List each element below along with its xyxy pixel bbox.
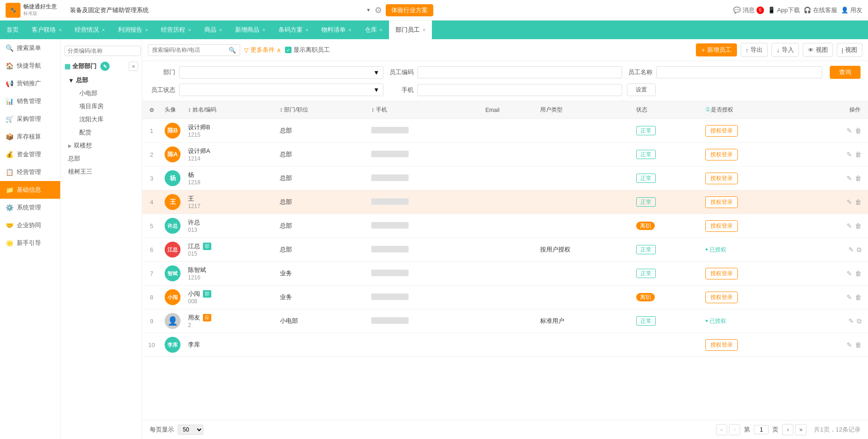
auth-button[interactable]: 授权登录 (705, 339, 738, 351)
tab-goods[interactable]: 商品× (198, 21, 229, 39)
edit-icon[interactable]: ✎ (847, 198, 852, 206)
tab-profit[interactable]: 利润报告× (111, 21, 154, 39)
sidebar-item-basic[interactable]: 📁 基础信息 (0, 181, 60, 199)
auth-button[interactable]: 授权登录 (705, 268, 738, 279)
user-avatar[interactable]: 👤 用友 (841, 6, 862, 14)
sidebar-item-purchase[interactable]: 🛒 采购管理 (0, 110, 60, 128)
tab-warehouse[interactable]: 仓库× (358, 21, 389, 39)
sidebar-item-manage[interactable]: 📋 经营管理 (0, 163, 60, 181)
sidebar-item-search[interactable]: 🔍 搜索菜单 (0, 39, 60, 57)
col-settings[interactable]: ⚙ (142, 101, 161, 119)
next-button[interactable]: › (782, 424, 793, 435)
show-resigned-checkbox[interactable]: ✓ 显示离职员工 (285, 46, 330, 54)
export-button[interactable]: ↑ 导出 (741, 43, 768, 57)
tab-new-goods[interactable]: 新增商品× (229, 21, 271, 39)
auth-button[interactable]: 授权登录 (705, 149, 738, 160)
sidebar-item-system[interactable]: ⚙️ 系统管理 (0, 199, 60, 216)
more-button[interactable]: | 视图 (837, 43, 862, 57)
per-page-select[interactable]: 50 20 100 (178, 425, 203, 435)
sidebar-item-inventory[interactable]: 📦 库存核算 (0, 128, 60, 146)
delete-icon[interactable]: 🗑 (855, 151, 861, 158)
dept-item-project[interactable]: 项目库房 (74, 100, 140, 113)
tab-history-close[interactable]: × (188, 27, 191, 33)
online-service-button[interactable]: 🎧 在线客服 (804, 6, 837, 14)
auth-button[interactable]: 授权登录 (705, 173, 738, 184)
experience-button[interactable]: 体验行业方案 (386, 4, 433, 16)
sidebar-item-collab[interactable]: 🤝 企业协同 (0, 216, 60, 234)
edit-icon[interactable]: ✎ (847, 341, 852, 348)
sidebar-item-marketing[interactable]: 📢 营销推广 (0, 75, 60, 92)
dept-item-shuanglou[interactable]: ▶ 双楼想 (62, 139, 140, 152)
search-input[interactable] (152, 47, 227, 53)
tab-history[interactable]: 经营历程× (154, 21, 197, 39)
auth-button[interactable]: 授权登录 (705, 196, 738, 208)
dept-collapse-button[interactable]: « (129, 62, 138, 71)
tab-customer-close[interactable]: × (59, 27, 62, 33)
tab-barcode-close[interactable]: × (306, 27, 308, 33)
tab-home[interactable]: 首页 (0, 21, 25, 39)
auth-button[interactable]: 授权登录 (705, 292, 738, 303)
reset-button[interactable]: 设置 (627, 84, 656, 96)
emp-code-input[interactable] (417, 66, 622, 78)
delete-icon[interactable]: 🗑 (855, 127, 861, 134)
sidebar-item-nav[interactable]: 🏠 快捷导航 (0, 57, 60, 75)
query-button[interactable]: 查询 (830, 66, 861, 79)
all-dept-label[interactable]: 全部部门 (72, 62, 97, 70)
dept-item-peihuo[interactable]: 配货 (74, 126, 140, 139)
dept-item-zhishu[interactable]: 植树王三 (62, 165, 140, 178)
sidebar-item-sales[interactable]: 📊 销售管理 (0, 92, 60, 110)
tab-customer[interactable]: 客户联络× (25, 21, 68, 39)
edit-icon[interactable]: ✎ (847, 270, 852, 277)
search-icon-btn[interactable]: 🔍 (229, 47, 236, 54)
app-download-button[interactable]: 📱 App下载 (768, 6, 800, 14)
dept-item-zongbu2[interactable]: 总部 (62, 152, 140, 165)
tab-goods-close[interactable]: × (219, 27, 222, 33)
copy-icon[interactable]: ⧉ (857, 246, 861, 253)
tab-profit-close[interactable]: × (145, 27, 148, 33)
tab-barcode[interactable]: 条码方案× (272, 21, 315, 39)
edit-icon[interactable]: ✎ (847, 151, 852, 158)
next-last-button[interactable]: » (795, 424, 806, 435)
auth-button[interactable]: 授权登录 (705, 125, 738, 137)
prev-first-button[interactable]: « (716, 424, 727, 435)
tab-operation-close[interactable]: × (102, 27, 104, 33)
dept-search-input[interactable] (64, 46, 141, 56)
tab-employee-close[interactable]: × (423, 27, 425, 33)
tab-employee[interactable]: 部门员工× (389, 21, 432, 39)
dept-item-xiaodian[interactable]: 小电部 (74, 87, 140, 100)
edit-icon[interactable]: ✎ (848, 317, 854, 325)
edit-icon[interactable]: ✎ (847, 127, 852, 134)
dept-item-shenyang[interactable]: 沈阳大库 (74, 113, 140, 126)
copy-icon[interactable]: ⧉ (857, 317, 861, 325)
delete-icon[interactable]: 🗑 (855, 198, 861, 206)
settings-icon[interactable]: ⚙ (375, 5, 382, 15)
tab-operation[interactable]: 经营情况× (68, 21, 111, 39)
system-title-arrow[interactable]: ▼ (366, 7, 371, 13)
delete-icon[interactable]: 🗑 (855, 270, 861, 277)
auth-button[interactable]: 授权登录 (705, 220, 738, 232)
tab-bom-close[interactable]: × (348, 27, 351, 33)
dept-item-zongbu-parent[interactable]: ▼ 总部 (62, 74, 140, 87)
emp-name-input[interactable] (656, 66, 822, 78)
delete-icon[interactable]: 🗑 (855, 222, 861, 230)
page-input[interactable] (754, 425, 769, 434)
view-button[interactable]: 👁 视图 (803, 43, 833, 57)
dept-select[interactable]: ▼ (179, 66, 383, 79)
more-filter-button[interactable]: ▽ 更多条件 ∧ (244, 46, 281, 54)
tab-warehouse-close[interactable]: × (380, 27, 382, 33)
tab-new-goods-close[interactable]: × (262, 27, 265, 33)
delete-icon[interactable]: 🗑 (855, 174, 861, 182)
import-button[interactable]: ↓ 导入 (771, 43, 799, 57)
edit-icon[interactable]: ✎ (847, 293, 852, 301)
prev-button[interactable]: ‹ (729, 424, 740, 435)
edit-icon[interactable]: ✎ (847, 174, 852, 182)
dept-edit-icon[interactable]: ✎ (100, 62, 110, 71)
sidebar-item-finance[interactable]: 💰 资金管理 (0, 146, 60, 163)
delete-icon[interactable]: 🗑 (855, 341, 861, 348)
add-employee-button[interactable]: + 新增员工 (696, 43, 737, 56)
tab-bom[interactable]: 物料清单× (315, 21, 358, 39)
sidebar-item-guide[interactable]: 🌟 新手引导 (0, 234, 60, 252)
message-button[interactable]: 💬 消息 6 (733, 6, 764, 14)
delete-icon[interactable]: 🗑 (855, 293, 861, 301)
edit-icon[interactable]: ✎ (847, 222, 852, 230)
